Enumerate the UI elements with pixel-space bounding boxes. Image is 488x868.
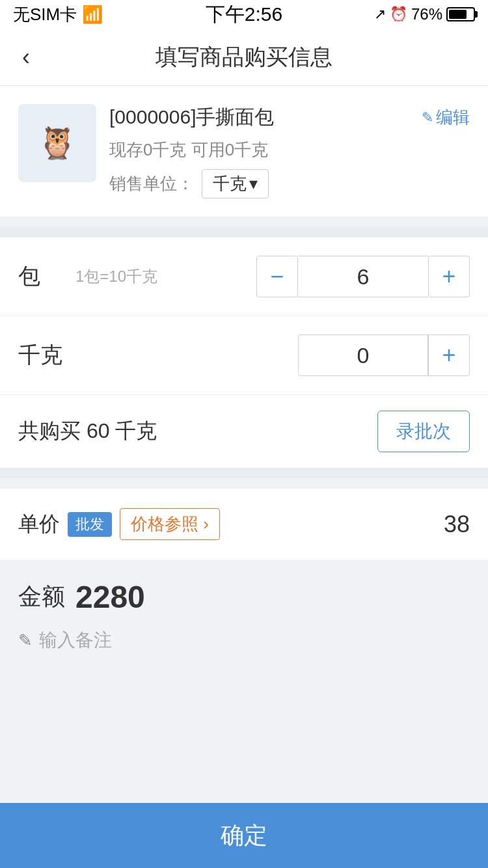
section-divider-1 bbox=[0, 227, 488, 237]
wifi-icon: 📶 bbox=[82, 5, 103, 25]
page-title: 填写商品购买信息 bbox=[156, 42, 332, 72]
product-name-row: [0000006]手撕面包 ✎ 编辑 bbox=[109, 104, 470, 131]
package-sublabel: 1包=10千克 bbox=[75, 266, 256, 287]
package-input-section: 包 1包=10千克 − + 千克 + 共购买 60 千克 录批次 bbox=[0, 237, 488, 468]
package-plus-button[interactable]: + bbox=[428, 256, 470, 297]
status-bar: 无SIM卡 📶 下午2:56 ↗ ⏰ 76% bbox=[0, 0, 488, 29]
product-image: 🦉 bbox=[18, 104, 96, 182]
package-input-row: 包 1包=10千克 − + bbox=[0, 237, 488, 316]
kg-input[interactable] bbox=[298, 334, 428, 376]
product-info: [0000006]手撕面包 ✎ 编辑 现存0千克 可用0千克 销售单位： 千克 … bbox=[109, 104, 470, 198]
status-right: ↗ ⏰ 76% bbox=[374, 5, 475, 23]
total-row: 共购买 60 千克 录批次 bbox=[0, 395, 488, 468]
confirm-button[interactable]: 确定 bbox=[0, 803, 488, 868]
package-label: 包 bbox=[18, 262, 70, 292]
battery-percent: 76% bbox=[411, 5, 442, 23]
product-id: [0000006] bbox=[109, 106, 196, 128]
nav-bar: ‹ 填写商品购买信息 bbox=[0, 29, 488, 86]
battery-icon bbox=[446, 7, 475, 21]
battery-fill bbox=[449, 10, 467, 19]
price-reference-button[interactable]: 价格参照 › bbox=[120, 508, 220, 540]
alarm-icon: ⏰ bbox=[390, 6, 407, 23]
amount-value: 2280 bbox=[75, 579, 145, 615]
kg-plus-button[interactable]: + bbox=[428, 334, 470, 376]
product-unit-row: 销售单位： 千克 ▾ bbox=[109, 169, 470, 198]
product-stock: 现存0千克 可用0千克 bbox=[109, 139, 470, 161]
price-label: 单价 bbox=[18, 510, 60, 539]
edit-icon: ✎ bbox=[422, 109, 433, 126]
carrier-text: 无SIM卡 bbox=[13, 3, 77, 26]
edit-button[interactable]: ✎ 编辑 bbox=[422, 106, 470, 129]
product-name: [0000006]手撕面包 bbox=[109, 104, 274, 131]
package-stepper: − + bbox=[256, 256, 470, 297]
price-section: 单价 批发 价格参照 › 38 bbox=[0, 489, 488, 560]
total-label: 共购买 60 千克 bbox=[18, 417, 377, 446]
dropdown-icon: ▾ bbox=[249, 174, 258, 194]
price-value: 38 bbox=[444, 511, 470, 538]
unit-value: 千克 bbox=[213, 172, 247, 195]
amount-row: 金额 2280 bbox=[18, 579, 470, 615]
product-card: 🦉 [0000006]手撕面包 ✎ 编辑 现存0千克 可用0千克 销售单位： 千… bbox=[0, 86, 488, 217]
product-title: 手撕面包 bbox=[196, 106, 274, 128]
unit-label: 销售单位： bbox=[109, 172, 194, 195]
package-minus-button[interactable]: − bbox=[256, 256, 298, 297]
amount-section: 金额 2280 ✎ 输入备注 bbox=[0, 560, 488, 666]
kg-input-row: 千克 + bbox=[0, 316, 488, 395]
status-carrier: 无SIM卡 📶 bbox=[13, 3, 103, 26]
record-batch-button[interactable]: 录批次 bbox=[377, 411, 470, 452]
amount-label: 金额 bbox=[18, 581, 65, 613]
location-icon: ↗ bbox=[374, 6, 386, 23]
product-thumbnail-icon: 🦉 bbox=[38, 125, 77, 161]
note-placeholder: 输入备注 bbox=[39, 628, 112, 653]
kg-label: 千克 bbox=[18, 340, 70, 370]
edit-label: 编辑 bbox=[436, 106, 470, 129]
status-time: 下午2:56 bbox=[206, 1, 282, 28]
section-divider-2 bbox=[0, 468, 488, 478]
note-row[interactable]: ✎ 输入备注 bbox=[18, 628, 470, 653]
kg-stepper: + bbox=[298, 334, 470, 376]
back-button[interactable]: ‹ bbox=[16, 37, 36, 77]
price-tag: 批发 bbox=[68, 512, 112, 537]
note-icon: ✎ bbox=[18, 631, 33, 651]
unit-select[interactable]: 千克 ▾ bbox=[202, 169, 269, 198]
price-row: 单价 批发 价格参照 › 38 bbox=[0, 489, 488, 560]
package-input[interactable] bbox=[298, 256, 428, 297]
